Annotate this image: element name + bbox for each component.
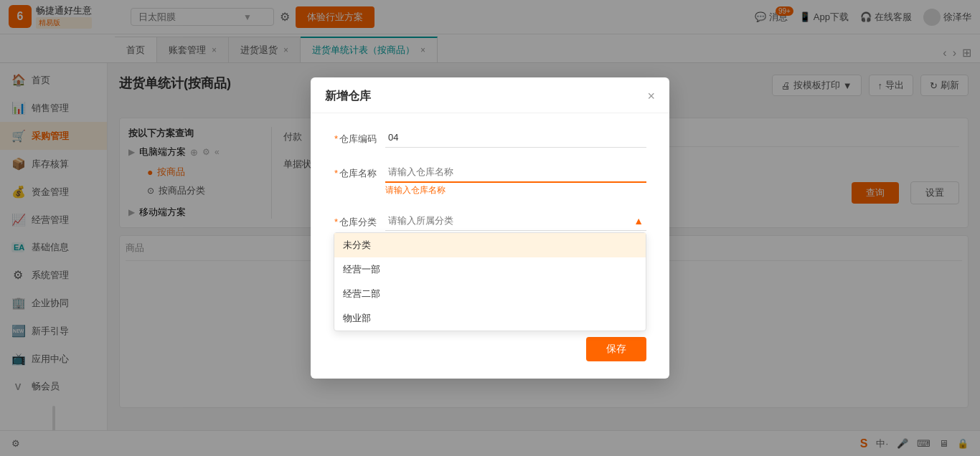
modal-new-warehouse: 新增仓库 × *仓库编码 *仓库名称 请输入仓库名称 bbox=[311, 77, 669, 379]
name-error-text: 请输入仓库名称 bbox=[334, 184, 646, 196]
code-input[interactable] bbox=[385, 128, 646, 148]
dropdown-item-2[interactable]: 经营二部 bbox=[334, 282, 646, 306]
category-label: *仓库分类 bbox=[334, 211, 377, 229]
dropdown-item-0[interactable]: 未分类 bbox=[334, 233, 646, 257]
modal-footer: 保存 bbox=[311, 337, 669, 361]
modal-body: *仓库编码 *仓库名称 请输入仓库名称 *仓库分类 bbox=[311, 113, 669, 337]
dropdown-item-1[interactable]: 经营一部 bbox=[334, 257, 646, 282]
code-label: *仓库编码 bbox=[334, 128, 377, 146]
category-dropdown: 未分类 经营一部 经营二部 物业部 bbox=[334, 232, 646, 331]
category-input-wrap: ▲ bbox=[385, 211, 646, 231]
category-dropdown-arrow[interactable]: ▲ bbox=[633, 215, 644, 227]
dropdown-item-3[interactable]: 物业部 bbox=[334, 306, 646, 331]
name-label: *仓库名称 bbox=[334, 162, 377, 180]
modal-close-button[interactable]: × bbox=[647, 89, 655, 104]
field-code: *仓库编码 bbox=[334, 128, 646, 148]
modal-title: 新增仓库 bbox=[325, 89, 371, 104]
field-category: *仓库分类 ▲ 未分类 经营一部 经营二部 物业部 bbox=[334, 211, 646, 231]
field-name: *仓库名称 请输入仓库名称 bbox=[334, 162, 646, 196]
modal-header: 新增仓库 × bbox=[311, 77, 669, 113]
save-button[interactable]: 保存 bbox=[586, 337, 646, 361]
name-input[interactable] bbox=[385, 162, 646, 183]
category-input[interactable] bbox=[385, 211, 646, 231]
